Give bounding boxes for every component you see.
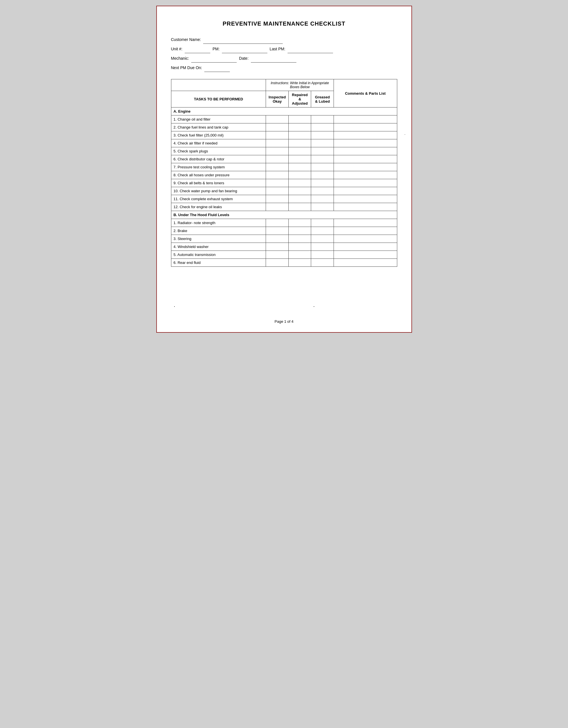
- task-cell: 4. Check air filter if needed: [171, 139, 266, 147]
- comments-cell[interactable]: [333, 155, 397, 163]
- greased-cell[interactable]: [311, 147, 334, 155]
- repaired-cell[interactable]: [288, 179, 311, 187]
- comments-cell[interactable]: [333, 131, 397, 139]
- greased-cell[interactable]: [311, 235, 334, 243]
- repaired-cell[interactable]: [288, 187, 311, 195]
- comments-cell[interactable]: [333, 147, 397, 155]
- comments-cell[interactable]: [333, 171, 397, 179]
- unit-field[interactable]: [185, 45, 210, 53]
- repaired-cell[interactable]: [288, 243, 311, 251]
- form-line-unit: Unit #: PM: Last PM:: [171, 45, 397, 53]
- table-row: 6. Check distributor cap & rotor: [171, 155, 397, 163]
- form-line-customer: Customer Name:: [171, 36, 397, 44]
- inspected-cell[interactable]: [266, 251, 289, 259]
- task-cell: 8. Check all hoses under pressure: [171, 171, 266, 179]
- next-pm-field[interactable]: [204, 64, 230, 72]
- repaired-cell[interactable]: [288, 171, 311, 179]
- inspected-cell[interactable]: [266, 219, 289, 227]
- inspected-cell[interactable]: [266, 115, 289, 123]
- comments-cell[interactable]: [333, 163, 397, 171]
- next-pm-label: Next PM Due On:: [171, 64, 202, 72]
- repaired-cell[interactable]: [288, 123, 311, 131]
- greased-cell[interactable]: [311, 251, 334, 259]
- header-empty-cell: [171, 79, 266, 91]
- greased-cell[interactable]: [311, 243, 334, 251]
- inspected-cell[interactable]: [266, 147, 289, 155]
- repaired-cell[interactable]: [288, 203, 311, 211]
- comments-cell[interactable]: [333, 123, 397, 131]
- inspected-cell[interactable]: [266, 171, 289, 179]
- task-cell: 5. Check spark plugs: [171, 147, 266, 155]
- comments-cell[interactable]: [333, 139, 397, 147]
- dot-decoration-left: ·: [174, 303, 175, 309]
- greased-cell[interactable]: [311, 179, 334, 187]
- pm-label: PM:: [213, 45, 220, 53]
- greased-cell[interactable]: [311, 155, 334, 163]
- greased-cell[interactable]: [311, 131, 334, 139]
- greased-cell[interactable]: [311, 171, 334, 179]
- greased-cell[interactable]: [311, 115, 334, 123]
- repaired-cell[interactable]: [288, 155, 311, 163]
- comments-cell[interactable]: [333, 251, 397, 259]
- comments-cell[interactable]: [333, 115, 397, 123]
- repaired-cell[interactable]: [288, 163, 311, 171]
- inspected-cell[interactable]: [266, 259, 289, 267]
- comments-cell[interactable]: [333, 203, 397, 211]
- inspected-cell[interactable]: [266, 163, 289, 171]
- greased-cell[interactable]: [311, 163, 334, 171]
- header-instructions: Instructions: Write Initial in Appropria…: [266, 79, 334, 91]
- inspected-cell[interactable]: [266, 235, 289, 243]
- inspected-cell[interactable]: [266, 179, 289, 187]
- inspected-cell[interactable]: [266, 227, 289, 235]
- comments-cell[interactable]: [333, 243, 397, 251]
- table-row: 1. Change oil and filter: [171, 115, 397, 123]
- inspected-cell[interactable]: [266, 155, 289, 163]
- greased-cell[interactable]: [311, 259, 334, 267]
- inspected-cell[interactable]: [266, 195, 289, 203]
- pm-field[interactable]: [222, 45, 268, 53]
- mechanic-field[interactable]: [191, 54, 237, 63]
- comments-cell[interactable]: [333, 179, 397, 187]
- comments-cell[interactable]: [333, 195, 397, 203]
- repaired-cell[interactable]: [288, 147, 311, 155]
- comments-cell[interactable]: [333, 235, 397, 243]
- repaired-cell[interactable]: [288, 131, 311, 139]
- task-cell: 1. Radiator- note strength: [171, 219, 266, 227]
- comments-cell[interactable]: [333, 187, 397, 195]
- date-label: Date:: [239, 54, 248, 62]
- form-line-mechanic: Mechanic: Date:: [171, 54, 397, 63]
- inspected-cell[interactable]: [266, 139, 289, 147]
- inspected-cell[interactable]: [266, 203, 289, 211]
- repaired-cell[interactable]: [288, 251, 311, 259]
- checklist-table: Instructions: Write Initial in Appropria…: [171, 79, 397, 267]
- repaired-cell[interactable]: [288, 115, 311, 123]
- repaired-cell[interactable]: [288, 139, 311, 147]
- repaired-cell[interactable]: [288, 235, 311, 243]
- comments-cell[interactable]: [333, 259, 397, 267]
- inspected-cell[interactable]: [266, 187, 289, 195]
- inspected-cell[interactable]: [266, 123, 289, 131]
- repaired-cell[interactable]: [288, 227, 311, 235]
- greased-cell[interactable]: [311, 227, 334, 235]
- inspected-cell[interactable]: [266, 131, 289, 139]
- task-cell: 12. Check for engine oil leaks: [171, 203, 266, 211]
- customer-name-field[interactable]: [203, 36, 283, 44]
- table-row: 4. Check air filter if needed: [171, 139, 397, 147]
- greased-cell[interactable]: [311, 139, 334, 147]
- task-cell: 5. Automatic transmission: [171, 251, 266, 259]
- greased-cell[interactable]: [311, 195, 334, 203]
- table-row: 9. Check all belts & tens loners: [171, 179, 397, 187]
- last-pm-field[interactable]: [287, 45, 333, 53]
- inspected-cell[interactable]: [266, 243, 289, 251]
- greased-cell[interactable]: [311, 219, 334, 227]
- table-header-instructions-row: Instructions: Write Initial in Appropria…: [171, 79, 397, 91]
- repaired-cell[interactable]: [288, 195, 311, 203]
- comments-cell[interactable]: [333, 219, 397, 227]
- greased-cell[interactable]: [311, 123, 334, 131]
- greased-cell[interactable]: [311, 203, 334, 211]
- greased-cell[interactable]: [311, 187, 334, 195]
- repaired-cell[interactable]: [288, 259, 311, 267]
- comments-cell[interactable]: [333, 227, 397, 235]
- date-field[interactable]: [251, 54, 296, 63]
- repaired-cell[interactable]: [288, 219, 311, 227]
